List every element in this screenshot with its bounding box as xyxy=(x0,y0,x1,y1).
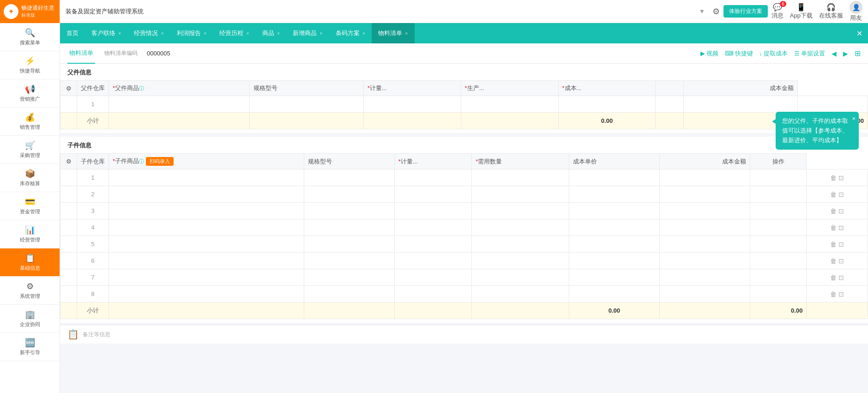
parent-row-production[interactable] xyxy=(558,96,656,113)
child-row-product[interactable] xyxy=(304,236,394,253)
parent-row-unit[interactable] xyxy=(461,96,558,113)
nav-tab-history[interactable]: 经营历程× xyxy=(213,23,255,43)
sidebar-item-purchase[interactable]: 🛒采购管理 xyxy=(0,136,60,164)
delete-btn[interactable]: 🗑 xyxy=(830,174,837,181)
nav-next-icon[interactable]: ▶ xyxy=(843,50,848,57)
parent-row-cost[interactable] xyxy=(656,96,684,113)
child-row-product[interactable] xyxy=(304,186,394,203)
child-row-warehouse[interactable] xyxy=(109,186,304,203)
child-row-unit[interactable] xyxy=(472,169,569,186)
copy-btn[interactable]: ⊡ xyxy=(838,241,844,248)
child-row-unit[interactable] xyxy=(472,203,569,219)
child-row-product[interactable] xyxy=(304,253,394,269)
parent-row-warehouse[interactable] xyxy=(109,96,250,113)
child-row-qty[interactable] xyxy=(569,186,659,203)
child-row-qty[interactable] xyxy=(569,236,659,253)
tab-close-icon[interactable]: × xyxy=(362,30,365,36)
tab-close-icon[interactable]: × xyxy=(118,30,121,36)
sidebar-item-corp[interactable]: 🏢企业协同 xyxy=(0,305,60,333)
parent-row-product[interactable] xyxy=(249,96,363,113)
tab-bom[interactable]: 物料清单 xyxy=(67,43,95,64)
settings-icon[interactable]: ⚙ xyxy=(712,6,720,17)
sidebar-item-sales[interactable]: 💰销售管理 xyxy=(0,108,60,136)
tab-close-all-icon[interactable]: ✕ xyxy=(851,29,868,38)
delete-btn[interactable]: 🗑 xyxy=(830,274,837,281)
child-row-unit-cost[interactable] xyxy=(660,219,750,236)
nav-tab-barcode[interactable]: 条码方案× xyxy=(329,23,372,43)
nav-tab-home[interactable]: 首页 xyxy=(60,23,85,43)
nav-tab-goods[interactable]: 商品× xyxy=(256,23,286,43)
child-row-product[interactable] xyxy=(304,269,394,286)
child-row-product[interactable] xyxy=(304,286,394,302)
tab-close-icon[interactable]: × xyxy=(277,30,280,36)
sidebar-item-basic[interactable]: 📋基础信息 xyxy=(0,248,60,277)
child-row-qty[interactable] xyxy=(569,253,659,269)
child-row-spec[interactable] xyxy=(394,186,471,203)
child-row-warehouse[interactable] xyxy=(109,236,304,253)
child-row-spec[interactable] xyxy=(394,269,471,286)
child-row-unit[interactable] xyxy=(472,186,569,203)
child-row-unit-cost[interactable] xyxy=(660,286,750,302)
copy-btn[interactable]: ⊡ xyxy=(838,274,844,281)
delete-btn[interactable]: 🗑 xyxy=(830,207,837,215)
copy-btn[interactable]: ⊡ xyxy=(838,224,844,231)
child-row-unit-cost[interactable] xyxy=(660,186,750,203)
sidebar-item-quick[interactable]: ⚡快捷导航 xyxy=(0,51,60,79)
child-row-spec[interactable] xyxy=(394,203,471,219)
child-row-product[interactable] xyxy=(304,203,394,219)
scan-btn[interactable]: 扫码录入 xyxy=(146,157,174,166)
child-row-unit-cost[interactable] xyxy=(660,203,750,219)
delete-btn[interactable]: 🗑 xyxy=(830,241,837,248)
copy-btn[interactable]: ⊡ xyxy=(838,257,844,265)
nav-tab-new_goods[interactable]: 新增商品× xyxy=(286,23,329,43)
tab-close-icon[interactable]: × xyxy=(204,30,206,36)
child-row-spec[interactable] xyxy=(394,286,471,302)
delete-btn[interactable]: 🗑 xyxy=(830,290,837,298)
copy-btn[interactable]: ⊡ xyxy=(838,290,844,298)
child-row-warehouse[interactable] xyxy=(109,269,304,286)
nav-prev-icon[interactable]: ◀ xyxy=(832,50,837,57)
action-single-settings[interactable]: ☰ 单据设置 xyxy=(794,49,825,58)
child-row-warehouse[interactable] xyxy=(109,203,304,219)
delete-btn[interactable]: 🗑 xyxy=(830,224,837,231)
child-row-qty[interactable] xyxy=(569,219,659,236)
action-video[interactable]: ▶ 视频 xyxy=(700,49,718,58)
child-row-qty[interactable] xyxy=(569,203,659,219)
child-row-qty[interactable] xyxy=(569,286,659,302)
tab-close-icon[interactable]: × xyxy=(319,30,322,36)
child-row-unit-cost[interactable] xyxy=(660,253,750,269)
app-download-item[interactable]: 📱 App下载 xyxy=(790,3,813,20)
child-row-unit[interactable] xyxy=(472,269,569,286)
child-row-warehouse[interactable] xyxy=(109,169,304,186)
child-row-product[interactable] xyxy=(304,219,394,236)
nav-tab-profit[interactable]: 利润报告× xyxy=(170,23,213,43)
sidebar-item-operation[interactable]: 📊经营管理 xyxy=(0,220,60,248)
nav-tab-bom[interactable]: 物料清单× xyxy=(372,23,414,43)
child-row-warehouse[interactable] xyxy=(109,286,304,302)
sidebar-item-system[interactable]: ⚙系统管理 xyxy=(0,277,60,305)
grid-icon[interactable]: ⊞ xyxy=(855,49,861,58)
sidebar-item-search[interactable]: 🔍搜索菜单 xyxy=(0,23,60,51)
copy-btn[interactable]: ⊡ xyxy=(838,207,844,215)
copy-btn[interactable]: ⊡ xyxy=(838,191,844,198)
child-row-spec[interactable] xyxy=(394,169,471,186)
child-row-unit-cost[interactable] xyxy=(660,169,750,186)
nav-tab-business[interactable]: 经营情况× xyxy=(127,23,170,43)
sidebar-item-guide[interactable]: 🆕新手引导 xyxy=(0,333,60,361)
child-row-unit[interactable] xyxy=(472,219,569,236)
child-row-warehouse[interactable] xyxy=(109,253,304,269)
nav-tab-customer[interactable]: 客户联络× xyxy=(85,23,127,43)
child-row-product[interactable] xyxy=(304,169,394,186)
child-row-qty[interactable] xyxy=(569,169,659,186)
child-row-unit[interactable] xyxy=(472,253,569,269)
action-extract-cost[interactable]: ↓ 提取成本 xyxy=(760,49,788,58)
tab-close-icon[interactable]: × xyxy=(161,30,163,36)
parent-row-spec[interactable] xyxy=(363,96,461,113)
sidebar-item-marketing[interactable]: 📢营销推广 xyxy=(0,79,60,108)
tab-close-icon[interactable]: × xyxy=(405,30,408,36)
child-row-qty[interactable] xyxy=(569,269,659,286)
delete-btn[interactable]: 🗑 xyxy=(830,191,837,198)
child-row-spec[interactable] xyxy=(394,253,471,269)
sidebar-item-finance[interactable]: 💳资金管理 xyxy=(0,192,60,220)
child-row-warehouse[interactable] xyxy=(109,219,304,236)
